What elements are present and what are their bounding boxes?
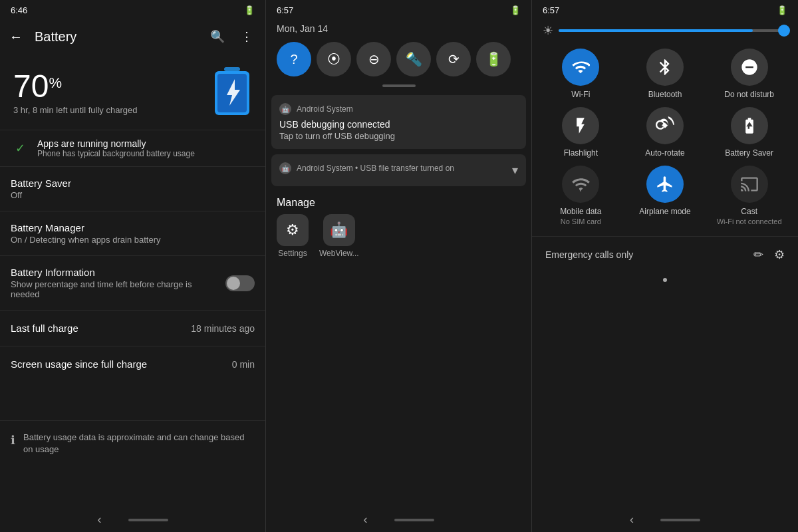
notif-title-1: USB debugging connected [279, 119, 518, 130]
svg-rect-0 [224, 67, 240, 71]
nav-back-p1[interactable]: ‹ [98, 513, 102, 527]
nav-back-p3[interactable]: ‹ [630, 513, 634, 527]
autorotate-tile-label: Auto-rotate [645, 148, 684, 158]
more-options-button[interactable]: ⋮ [233, 23, 260, 50]
battery-information-text: Battery Information Show percentage and … [11, 267, 197, 299]
more-icon: ⋮ [241, 29, 253, 44]
quick-tile-bluetooth[interactable]: ⦿ [317, 42, 351, 76]
settings-icon-btn[interactable]: ⚙ [774, 247, 785, 262]
flashlight-tile-label: Flashlight [564, 148, 598, 158]
toggle-thumb [227, 277, 240, 290]
nav-home-pill-p3[interactable] [660, 519, 700, 521]
mobile-data-tile-label: Mobile data [560, 207, 601, 216]
qs-tile-airplane[interactable]: Airplane mode [627, 166, 704, 225]
qs-tile-mobile-data[interactable]: Mobile data No SIM card [543, 166, 619, 225]
qs-tile-bluetooth[interactable]: Bluetooth [627, 49, 704, 99]
battery-saver-tile-label: Battery Saver [725, 148, 773, 158]
notification-usb-debug[interactable]: 🤖 Android System USB debugging connected… [271, 95, 526, 149]
android-system-icon-2: 🤖 [279, 162, 291, 174]
screen-usage-label: Screen usage since full charge [11, 358, 147, 370]
mobile-data-tile-icon [562, 166, 599, 203]
notification-usb-file[interactable]: 🤖 Android System • USB file transfer tur… [271, 154, 526, 186]
emergency-row: Emergency calls only ✏ ⚙ [532, 236, 798, 273]
qs-tile-cast[interactable]: Cast Wi-Fi not connected [711, 166, 787, 225]
nav-home-pill-p2[interactable] [394, 519, 434, 521]
wifi-tile-label: Wi-Fi [571, 90, 590, 99]
status-subtitle: Phone has typical background battery usa… [37, 149, 195, 158]
flashlight-tile-icon [562, 107, 599, 144]
edit-icon-btn[interactable]: ✏ [753, 247, 763, 262]
dot-indicator [532, 273, 798, 287]
battery-manager-row[interactable]: Battery Manager On / Detecting when apps… [0, 211, 265, 255]
expand-icon[interactable]: ▾ [512, 163, 518, 178]
battery-percentage: 70% [13, 70, 201, 102]
qs-tile-dnd[interactable]: Do not disturb [711, 49, 787, 99]
last-full-charge-value: 18 minutes ago [191, 323, 255, 334]
flashlight-icon: 🔦 [406, 51, 422, 67]
battery-info-toggle[interactable] [225, 275, 255, 291]
brightness-slider[interactable] [559, 29, 787, 32]
battery-saver-title: Battery Saver [11, 178, 71, 189]
battery-icon-p3: 🔋 [777, 5, 787, 15]
disclaimer-text: Battery usage data is approximate and ca… [23, 432, 255, 456]
qs-tile-battery-saver[interactable]: Battery Saver [711, 107, 787, 158]
battery-manager-title: Battery Manager [11, 222, 160, 233]
status-title: Apps are running normally [37, 138, 195, 149]
status-bar-p2: 6:57 🔋 [266, 0, 531, 18]
back-button[interactable]: ← [3, 23, 29, 50]
screen-usage-row: Screen usage since full charge 0 min [0, 346, 265, 382]
page-title: Battery [35, 29, 199, 45]
bluetooth-tile-icon [646, 49, 684, 86]
manage-title: Manage [277, 197, 521, 209]
battery-hero: 70% 3 hr, 8 min left until fully charged [0, 55, 265, 130]
battery-saver-icon: 🔋 [485, 51, 502, 67]
time-p2: 6:57 [277, 5, 293, 15]
quick-tile-battery-saver[interactable]: 🔋 [476, 42, 511, 76]
qs-tile-flashlight[interactable]: Flashlight [543, 107, 619, 158]
settings-app-label: Settings [278, 249, 307, 258]
battery-charging-icon [212, 66, 252, 119]
toolbar-p1: ← Battery 🔍 ⋮ [0, 18, 265, 55]
notifications-panel: 6:57 🔋 Mon, Jan 14 ? ⦿ ⊖ 🔦 ⟳ 🔋 🤖 Android… [266, 0, 532, 532]
nav-bar-p3: ‹ [532, 505, 798, 532]
qs-tile-autorotate[interactable]: Auto-rotate [627, 107, 704, 158]
quick-tile-unknown[interactable]: ? [277, 42, 311, 76]
quick-tiles-row: ? ⦿ ⊖ 🔦 ⟳ 🔋 [266, 37, 531, 82]
autorotate-tile-icon [646, 107, 684, 144]
manage-app-webview[interactable]: 🤖 WebView... [319, 214, 359, 258]
notif-app-name-1: Android System [297, 104, 353, 114]
nav-bar-p2: ‹ [266, 505, 531, 532]
airplane-tile-label: Airplane mode [639, 207, 690, 216]
date-label: Mon, Jan 14 [266, 18, 531, 37]
dnd-icon: ⊖ [368, 51, 380, 67]
autorotate-icon: ⟳ [448, 51, 460, 67]
nav-home-pill-p1[interactable] [128, 519, 168, 521]
bluetooth-icon: ⦿ [327, 52, 340, 67]
dnd-tile-icon [731, 49, 768, 86]
qs-tile-wifi[interactable]: Wi-Fi [543, 49, 619, 99]
battery-icon-p2: 🔋 [510, 5, 521, 15]
manage-app-settings[interactable]: ⚙ Settings [277, 214, 309, 258]
notif-header-1: 🤖 Android System [279, 103, 518, 115]
info-icon: ℹ [11, 433, 15, 448]
cast-tile-icon [731, 166, 768, 203]
battery-information-title: Battery Information [11, 267, 197, 278]
notif-header-2: 🤖 Android System • USB file transfer tur… [279, 162, 512, 174]
emergency-text: Emergency calls only [545, 249, 633, 260]
brightness-thumb [778, 25, 790, 37]
dnd-tile-label: Do not disturb [724, 90, 774, 99]
quick-tile-dnd[interactable]: ⊖ [356, 42, 391, 76]
battery-information-row[interactable]: Battery Information Show percentage and … [0, 255, 265, 310]
qs-grid: Wi-Fi Bluetooth Do not disturb [532, 43, 798, 231]
battery-saver-row[interactable]: Battery Saver Off [0, 166, 265, 211]
nav-back-p2[interactable]: ‹ [364, 513, 368, 527]
quick-tile-autorotate[interactable]: ⟳ [436, 42, 471, 76]
brightness-fill [559, 29, 753, 32]
battery-settings-panel: 6:46 🔋 ← Battery 🔍 ⋮ 70% 3 hr, 8 min lef… [0, 0, 266, 532]
battery-status-row: ✓ Apps are running normally Phone has ty… [0, 130, 265, 166]
battery-saver-tile-icon [731, 107, 768, 144]
search-button[interactable]: 🔍 [204, 23, 231, 50]
quick-tile-flashlight[interactable]: 🔦 [396, 42, 431, 76]
bluetooth-tile-label: Bluetooth [648, 90, 682, 99]
page-dot [663, 278, 667, 282]
